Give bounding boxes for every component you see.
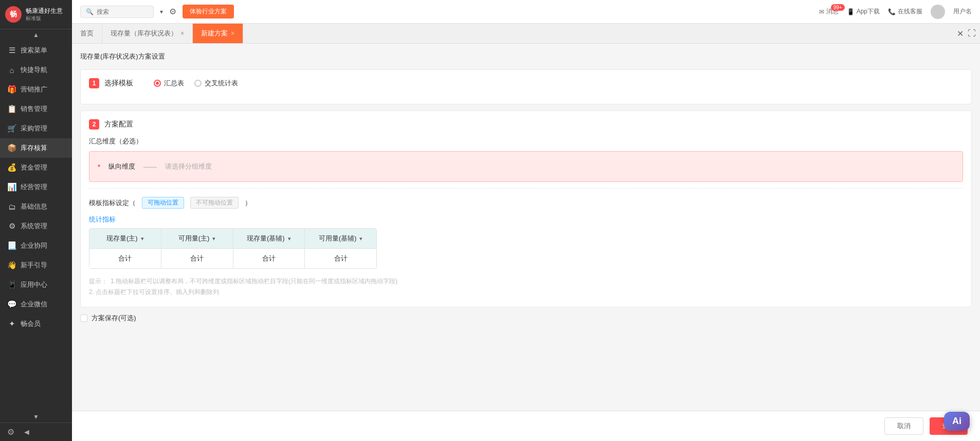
sidebar-scroll-up[interactable]: ▲: [0, 29, 72, 41]
tab-inventory-status[interactable]: 现存量（库存状况表） ×: [102, 24, 193, 43]
tips-section: 提示： 1.拖动标题栏可以调整布局，不可跨维度或指标区域拖动栏目字段(只能在同一…: [89, 277, 963, 297]
sidebar-item-system[interactable]: ⚙ 系统管理: [0, 216, 72, 236]
indicator-settings: 模板指标设定（ 可拖动位置 不可拖动位置 ）: [89, 197, 963, 209]
app-download-label: App下载: [857, 7, 880, 16]
sidebar-item-enterprise[interactable]: 📃 企业协同: [0, 236, 72, 255]
stats-header-label-1: 可用量(主): [178, 234, 210, 243]
sidebar-item-inventory[interactable]: 📦 库存核算: [0, 138, 72, 158]
sidebar-item-label: 采购管理: [21, 124, 47, 133]
logo-icon: 畅: [5, 6, 22, 23]
sidebar-item-basic-info[interactable]: 🗂 基础信息: [0, 197, 72, 216]
tab-new-plan-close-icon[interactable]: ×: [231, 30, 234, 37]
stats-header-label-2: 现存量(基辅): [247, 234, 285, 243]
step2-number: 2: [89, 119, 99, 130]
stats-body-label-3: 合计: [334, 254, 348, 263]
new-guide-icon: 👋: [7, 261, 16, 270]
sidebar-settings-button[interactable]: ⚙: [7, 427, 14, 437]
step1-section: 1 选择模板 汇总表 交叉统计表: [80, 69, 972, 104]
chevron-down-icon-3[interactable]: ▾: [359, 235, 362, 242]
avatar[interactable]: [931, 5, 945, 19]
tab-new-plan-label: 新建方案: [201, 29, 228, 38]
radio-cross-label: 交叉统计表: [205, 79, 238, 88]
dimension-box[interactable]: * 纵向维度 —— 请选择分组维度: [89, 151, 963, 182]
username-label: 用户名: [953, 7, 972, 16]
tabs-expand-button[interactable]: ⛶: [968, 29, 976, 38]
sidebar-item-search-menu[interactable]: ☰ 搜索菜单: [0, 41, 72, 60]
radio-summary-label: 汇总表: [164, 79, 184, 88]
sidebar-item-label: 新手引导: [21, 261, 47, 270]
sidebar-item-label: 营销推广: [21, 85, 47, 94]
basic-info-icon: 🗂: [7, 203, 16, 211]
sidebar-item-sales[interactable]: 📋 销售管理: [0, 99, 72, 119]
vip-icon: ✦: [7, 319, 16, 328]
sidebar-item-label: 应用中心: [21, 280, 47, 289]
dimension-vertical-label: 纵向维度: [108, 162, 135, 171]
topbar-search-box[interactable]: 🔍: [80, 6, 154, 18]
step2-header: 2 方案配置: [89, 119, 963, 130]
sidebar-item-quick-nav[interactable]: ⌂ 快捷导航: [0, 60, 72, 80]
search-menu-icon: ☰: [7, 46, 16, 55]
enterprise-icon: 📃: [7, 241, 16, 250]
app-version: 标准版: [26, 15, 63, 22]
sales-icon: 📋: [7, 104, 16, 114]
tabs-close-button[interactable]: ✕: [957, 29, 964, 39]
stats-table: 现存量(主) ▾ 可用量(主) ▾ 现存量(基辅) ▾ 可用量(基辅) ▾: [89, 228, 377, 269]
tab-new-plan[interactable]: 新建方案 ×: [193, 24, 243, 43]
page-title: 现存量(库存状况表)方案设置: [80, 52, 972, 61]
radio-cross[interactable]: 交叉统计表: [194, 79, 238, 88]
chevron-down-icon-0[interactable]: ▾: [141, 235, 144, 242]
topbar-dropdown-icon[interactable]: ▾: [160, 8, 163, 15]
ai-float-label: Ai: [952, 416, 961, 426]
sidebar-item-operations[interactable]: 📊 经营管理: [0, 177, 72, 197]
radio-summary[interactable]: 汇总表: [154, 79, 184, 88]
sidebar-item-label: 企业协同: [21, 241, 47, 250]
sidebar-item-app-center[interactable]: 📱 应用中心: [0, 275, 72, 295]
checkbox-icon: [80, 315, 87, 322]
step1-title: 选择模板: [104, 79, 133, 88]
ai-float-button[interactable]: Ai: [944, 412, 970, 431]
sidebar-item-finance[interactable]: 💰 资金管理: [0, 158, 72, 177]
save-checkbox[interactable]: 方案保存(可选): [80, 314, 972, 323]
marketing-icon: 🎁: [7, 85, 16, 94]
search-input[interactable]: [97, 8, 148, 15]
search-icon: 🔍: [86, 8, 94, 15]
sidebar-item-enterprise-wechat[interactable]: 💬 企业微信: [0, 295, 72, 314]
sidebar-item-label: 基础信息: [21, 202, 47, 211]
sidebar-item-marketing[interactable]: 🎁 营销推广: [0, 80, 72, 99]
cancel-button[interactable]: 取消: [884, 417, 923, 435]
service-label: 在线客服: [898, 7, 922, 16]
stats-header-cell-3[interactable]: 可用量(基辅) ▾: [305, 229, 376, 248]
tab-inventory-close-icon[interactable]: ×: [180, 30, 184, 37]
dimension-placeholder: 请选择分组维度: [165, 162, 212, 171]
stats-header-cell-1[interactable]: 可用量(主) ▾: [161, 229, 233, 248]
sidebar-scroll-down[interactable]: ▼: [0, 411, 72, 422]
chevron-down-icon-1[interactable]: ▾: [212, 235, 215, 242]
sidebar-item-label: 快捷导航: [21, 65, 47, 75]
sidebar-item-label: 企业微信: [21, 300, 47, 309]
topbar-settings-icon[interactable]: ⚙: [169, 7, 176, 16]
dimension-required-mark: *: [98, 163, 100, 171]
stats-header-label-3: 可用量(基辅): [319, 234, 357, 243]
finance-icon: 💰: [7, 163, 16, 172]
tips-text-0: 1.拖动标题栏可以调整布局，不可跨维度或指标区域拖动栏目字段(只能在同一维度或指…: [111, 277, 397, 286]
tips-text-1: 2. 点击标题栏下拉可设置排序、插入列和删除列: [89, 288, 219, 297]
trial-button[interactable]: 体验行业方案: [183, 5, 234, 19]
sidebar-item-vip[interactable]: ✦ 畅会员: [0, 314, 72, 334]
stats-body-cell-0: 合计: [89, 249, 161, 268]
messages-badge: 99+: [831, 4, 845, 11]
sidebar-item-purchase[interactable]: 🛒 采购管理: [0, 119, 72, 138]
messages-button[interactable]: ✉ 消息 99+: [819, 7, 839, 16]
sidebar-item-new-guide[interactable]: 👋 新手引导: [0, 255, 72, 275]
app-logo: 畅 畅康通好生意 标准版: [0, 0, 72, 29]
stats-header-cell-2[interactable]: 现存量(基辅) ▾: [233, 229, 305, 248]
sidebar-audio-button[interactable]: ◄: [23, 427, 31, 437]
chevron-down-icon-2[interactable]: ▾: [288, 235, 291, 242]
stats-header-label-0: 现存量(主): [106, 234, 138, 243]
stats-header-cell-0[interactable]: 现存量(主) ▾: [89, 229, 161, 248]
save-checkbox-label: 方案保存(可选): [92, 314, 136, 323]
tab-home[interactable]: 首页: [72, 24, 102, 43]
stats-table-body: 合计 合计 合计 合计: [89, 248, 376, 268]
app-download-button[interactable]: 📱 App下载: [847, 7, 880, 16]
online-service-button[interactable]: 📞 在线客服: [888, 7, 922, 16]
sidebar-item-label: 库存核算: [21, 143, 47, 153]
